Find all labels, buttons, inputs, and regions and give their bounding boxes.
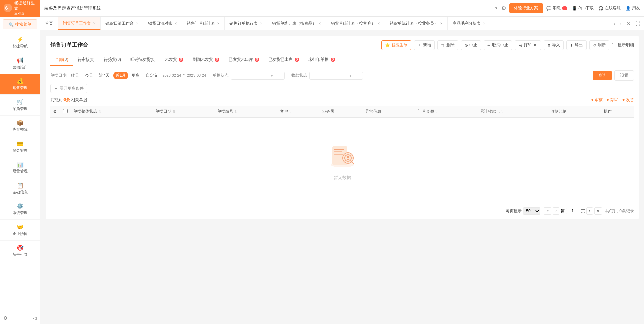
tabs-scroll-left-icon[interactable]: ‹ <box>613 20 617 27</box>
next-page-button[interactable]: › <box>586 207 593 215</box>
select-all-checkbox[interactable] <box>63 109 68 113</box>
tab-cash-reconcile-close[interactable]: ✕ <box>174 22 177 25</box>
message-badge: 6 <box>562 6 567 10</box>
sidebar-item-cooperation[interactable]: 🤝 企业协同 <box>0 220 40 241</box>
show-detail-checkbox-label[interactable]: 显示明细 <box>612 42 634 48</box>
tabs-expand-icon[interactable]: ⛶ <box>634 20 641 27</box>
system-settings-icon[interactable]: ⚙ <box>501 5 506 11</box>
sidebar-item-basic-info[interactable]: 📋 基础信息 <box>0 178 40 199</box>
tab-sales-summary-product-close[interactable]: ✕ <box>318 22 321 25</box>
date-btn-1month[interactable]: 近1月 <box>113 72 128 79</box>
user-profile-action[interactable]: 👤 用友 <box>626 5 640 11</box>
tab-sales-summary-staff-close[interactable]: ✕ <box>440 22 443 25</box>
th-status-sort-icon[interactable]: ⇅ <box>98 110 101 113</box>
status-tab-all[interactable]: 全部(0) <box>50 54 73 66</box>
sidebar-item-quick-nav[interactable]: ⚡ 快捷导航 <box>0 32 40 53</box>
payment-filter-select[interactable]: ▼ <box>309 72 363 80</box>
review-action-button[interactable]: ● 审核 <box>591 97 603 103</box>
online-service-action[interactable]: 🎧 在线客服 <box>598 5 621 11</box>
logo-icon: 6 <box>3 3 12 13</box>
export-button[interactable]: ⬇ 导出 <box>566 40 587 50</box>
cancel-stop-button[interactable]: ↩ 取消中止 <box>484 40 512 50</box>
sidebar-item-sales[interactable]: 💰 销售管理 <box>0 74 40 95</box>
stop-button[interactable]: ⊘ 中止 <box>461 40 481 50</box>
tab-cash-daily-close[interactable]: ✕ <box>136 22 138 25</box>
message-action[interactable]: 💬 消息 6 <box>546 5 567 11</box>
tab-sales-summary-staff[interactable]: 销货单统计表（按业务员） ✕ <box>385 17 448 30</box>
tabs-scroll-right-icon[interactable]: › <box>619 20 623 27</box>
sidebar-item-finance[interactable]: 💳 资金管理 <box>0 136 40 157</box>
tab-sales-execute[interactable]: 销售订单执行表 ✕ <box>225 17 267 30</box>
new-button[interactable]: ＋ 新增 <box>414 40 435 50</box>
status-tab-shipped-not-out[interactable]: 已发货未出库 0 <box>224 54 264 66</box>
show-detail-checkbox[interactable] <box>612 43 616 47</box>
status-tab-expired[interactable]: 到期未发货 0 <box>188 54 224 66</box>
expand-more-button[interactable]: ▼ 展开更多条件 <box>50 84 87 93</box>
status-tab-not-printed[interactable]: 未打印单据 0 <box>304 54 340 66</box>
th-number-sort-icon[interactable]: ⇅ <box>235 110 238 113</box>
page-title: 销售订单工作台 <box>50 42 88 49</box>
th-received-sort-icon[interactable]: ⇅ <box>501 110 504 113</box>
settings-gear-icon[interactable]: ⚙ <box>3 315 8 321</box>
sidebar-item-guide[interactable]: 🎯 新手引导 <box>0 241 40 261</box>
tab-cash-reconcile[interactable]: 钱货日清对账 ✕ <box>143 17 182 30</box>
th-date-sort-icon[interactable]: ⇅ <box>173 110 175 113</box>
tab-sales-execute-close[interactable]: ✕ <box>260 22 262 25</box>
tab-home[interactable]: 首页 <box>40 17 58 30</box>
sidebar-item-inventory[interactable]: 📦 库存核算 <box>0 116 40 136</box>
tab-gross-profit-close[interactable]: ✕ <box>483 22 485 25</box>
system-dropdown-arrow[interactable]: ▼ <box>495 6 498 10</box>
print-label: 打印 <box>524 42 532 48</box>
tab-gross-profit[interactable]: 商品毛利分析表 ✕ <box>448 17 490 30</box>
prev-page-button[interactable]: ‹ <box>553 207 559 215</box>
ship-action-button[interactable]: ● 发货 <box>622 97 634 103</box>
column-settings-icon[interactable]: ⚙ <box>53 109 57 114</box>
collapse-sidebar-icon[interactable]: ◁ <box>33 315 37 321</box>
status-tab-not-shipped[interactable]: 未发货 0 <box>160 54 188 66</box>
refresh-button[interactable]: ↻ 刷新 <box>589 40 609 50</box>
date-btn-today[interactable]: 今天 <box>83 72 95 79</box>
status-tab-pending-review[interactable]: 待审核(0) <box>73 54 99 66</box>
print-dropdown-icon: ▼ <box>533 43 537 48</box>
tabs-close-icon[interactable]: ✕ <box>625 20 632 27</box>
page-number-input[interactable] <box>566 208 579 214</box>
tab-sales-workbench-close[interactable]: ✕ <box>93 21 96 25</box>
tab-sales-stat[interactable]: 销售订单统计表 ✕ <box>182 17 225 30</box>
th-customer-sort-icon[interactable]: ⇅ <box>289 110 292 113</box>
result-count-text: 共找到 0条 相关单据 <box>50 97 87 103</box>
tab-sales-summary-customer-close[interactable]: ✕ <box>377 22 380 25</box>
th-amount-sort-icon[interactable]: ⇅ <box>435 110 438 113</box>
sales-label: 销售管理 <box>13 85 28 90</box>
import-button[interactable]: ⬆ 导入 <box>544 40 564 50</box>
delete-button[interactable]: 🗑 删除 <box>437 40 458 50</box>
tab-sales-summary-customer[interactable]: 销货单统计表（按客户） ✕ <box>326 17 385 30</box>
setting-button[interactable]: 设置 <box>614 70 634 81</box>
top-header: 装备及固定资产辅助管理系统 ▼ ⚙ 体验行业方案 💬 消息 6 📱 App下载 … <box>40 0 644 17</box>
status-tab-pending-check[interactable]: 待拣货(0) <box>99 54 126 66</box>
date-btn-yesterday[interactable]: 昨天 <box>69 72 81 79</box>
sidebar-item-operations[interactable]: 📊 经营管理 <box>0 157 40 178</box>
query-button[interactable]: 查询 <box>593 71 612 80</box>
tab-sales-stat-close[interactable]: ✕ <box>217 22 220 25</box>
first-page-button[interactable]: « <box>544 207 551 215</box>
last-page-button[interactable]: » <box>594 207 602 215</box>
tab-cash-daily[interactable]: 钱货日清工作台 ✕ <box>101 17 143 30</box>
tab-sales-workbench[interactable]: 销售订单工作台 ✕ <box>58 17 101 30</box>
print-button[interactable]: 🖨 打印 ▼ <box>515 40 541 50</box>
industry-solution-button[interactable]: 体验行业方案 <box>509 3 543 13</box>
tab-sales-summary-product[interactable]: 销货单统计表（按商品） ✕ <box>267 17 326 30</box>
smart-create-button[interactable]: ⭐ 智能生单 <box>381 40 411 50</box>
app-download-action[interactable]: 📱 App下载 <box>572 5 594 11</box>
sidebar-item-marketing[interactable]: 📢 营销推广 <box>0 53 40 74</box>
search-menu-button[interactable]: 🔍 搜索菜单 <box>3 19 37 29</box>
date-btn-7days[interactable]: 近7天 <box>97 72 112 79</box>
sidebar-item-purchase[interactable]: 🛒 采购管理 <box>0 95 40 116</box>
sidebar-item-system[interactable]: ⚙️ 系统管理 <box>0 199 40 220</box>
status-tab-shipped-out[interactable]: 已发货已出库 0 <box>264 54 304 66</box>
date-btn-custom[interactable]: 自定义 <box>143 72 160 79</box>
status-filter-select[interactable]: ▼ <box>231 72 285 80</box>
cancel-review-action-button[interactable]: ● 弃审 <box>607 97 618 103</box>
date-btn-more[interactable]: 更多 <box>129 72 142 79</box>
status-tab-wangpu[interactable]: 旺铺待发货(0) <box>126 54 160 66</box>
page-size-dropdown[interactable]: 50 10 20 100 <box>523 207 540 215</box>
